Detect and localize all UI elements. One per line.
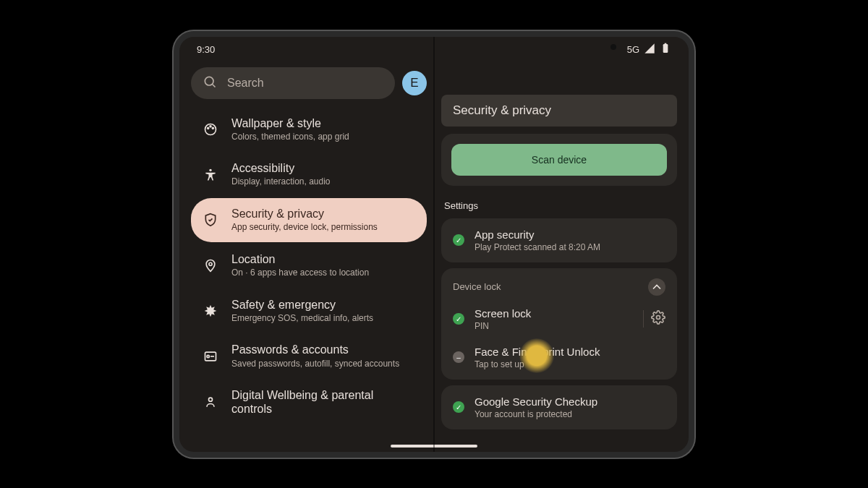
nav-handle[interactable] [391, 445, 477, 448]
sidebar-item-security-privacy[interactable]: Security & privacyApp security, device l… [191, 198, 427, 242]
menu-item-sub: Saved passwords, autofill, synced accoun… [231, 359, 399, 370]
svg-rect-12 [663, 44, 668, 53]
emergency-icon [203, 304, 218, 318]
check-icon: ✓ [453, 401, 464, 413]
settings-section-label: Settings [444, 200, 674, 211]
menu-item-sub: On · 6 apps have access to location [231, 267, 369, 279]
menu-item-title: Digital Wellbeing & parental controls [231, 388, 415, 416]
front-camera [610, 44, 616, 50]
palette-icon [203, 122, 218, 137]
menu-item-title: Safety & emergency [231, 298, 373, 312]
checkup-title: Google Security Checkup [475, 395, 665, 408]
network-label: 5G [627, 44, 639, 55]
status-bar-left: 9:30 [191, 37, 427, 63]
profile-avatar[interactable]: E [402, 71, 427, 95]
menu-item-title: Security & privacy [231, 207, 378, 221]
divider [643, 310, 644, 328]
screen-lock-title: Screen lock [475, 307, 633, 320]
face-fingerprint-title: Face & Fingerprint Unlock [475, 346, 665, 358]
search-placeholder: Search [227, 77, 264, 90]
svg-point-3 [208, 127, 209, 129]
settings-list-pane: 9:30 Search E Wallpaper & styleColors, t… [179, 37, 434, 452]
status-bar-right: 5G [441, 37, 677, 63]
search-input[interactable]: Search [191, 67, 395, 99]
svg-rect-13 [665, 43, 667, 44]
app-security-title: App security [475, 228, 665, 241]
checkup-sub: Your account is protected [475, 409, 665, 419]
svg-point-9 [207, 355, 209, 357]
gear-icon[interactable] [651, 310, 665, 328]
accessibility-icon [203, 168, 218, 182]
menu-item-sub: Colors, themed icons, app grid [231, 132, 349, 143]
svg-point-5 [212, 127, 213, 129]
sidebar-item-accessibility[interactable]: AccessibilityDisplay, interaction, audio [191, 153, 427, 197]
menu-item-title: Wallpaper & style [231, 116, 349, 130]
battery-icon [660, 43, 671, 56]
screen-lock-row[interactable]: ✓ Screen lock PIN [441, 300, 677, 338]
svg-point-14 [657, 316, 660, 320]
menu-item-sub: Display, interaction, audio [231, 176, 331, 188]
collapse-button[interactable] [648, 278, 665, 296]
svg-point-4 [210, 126, 211, 127]
shield-icon [203, 213, 218, 227]
sidebar-item-digital-wellbeing[interactable]: Digital Wellbeing & parental controls [191, 380, 427, 424]
svg-line-1 [213, 84, 216, 87]
app-security-sub: Play Protect scanned at 8:20 AM [475, 242, 665, 252]
detail-pane: 5G Security & privacy Scan device Settin… [434, 37, 689, 452]
minus-icon: – [453, 351, 464, 363]
check-icon: ✓ [453, 234, 464, 246]
menu-item-title: Location [231, 252, 369, 266]
check-icon: ✓ [453, 313, 464, 325]
key-icon [203, 349, 218, 364]
scan-card: Scan device [441, 134, 677, 186]
device-frame: 9:30 Search E Wallpaper & styleColors, t… [174, 31, 694, 458]
svg-point-11 [209, 398, 213, 402]
device-lock-label: Device lock [453, 281, 501, 292]
face-fingerprint-sub: Tap to set up [475, 359, 665, 369]
status-time: 9:30 [197, 44, 421, 55]
svg-point-7 [209, 262, 212, 265]
svg-point-0 [205, 77, 213, 85]
location-icon [203, 258, 218, 273]
wellbeing-icon [203, 395, 218, 409]
search-icon [203, 74, 217, 92]
settings-menu: Wallpaper & styleColors, themed icons, a… [191, 108, 427, 425]
menu-item-title: Accessibility [231, 161, 331, 175]
page-title: Security & privacy [441, 95, 677, 127]
face-fingerprint-row[interactable]: – Face & Fingerprint Unlock Tap to set u… [441, 338, 677, 377]
sidebar-item-safety-emergency[interactable]: Safety & emergencyEmergency SOS, medical… [191, 289, 427, 333]
sidebar-item-wallpaper-style[interactable]: Wallpaper & styleColors, themed icons, a… [191, 108, 427, 152]
app-security-card[interactable]: ✓ App security Play Protect scanned at 8… [441, 218, 677, 262]
device-lock-card: Device lock ✓ Screen lock PIN [441, 268, 677, 380]
security-checkup-card[interactable]: ✓ Google Security Checkup Your account i… [441, 385, 677, 429]
menu-item-title: Passwords & accounts [231, 343, 399, 356]
screen-lock-sub: PIN [475, 321, 633, 331]
signal-icon [644, 43, 655, 56]
menu-item-sub: App security, device lock, permissions [231, 222, 378, 234]
svg-point-6 [209, 168, 211, 171]
sidebar-item-location[interactable]: LocationOn · 6 apps have access to locat… [191, 244, 427, 288]
menu-item-sub: Emergency SOS, medical info, alerts [231, 313, 373, 325]
sidebar-item-passwords-accounts[interactable]: Passwords & accountsSaved passwords, aut… [191, 334, 427, 378]
scan-device-button[interactable]: Scan device [451, 144, 667, 176]
